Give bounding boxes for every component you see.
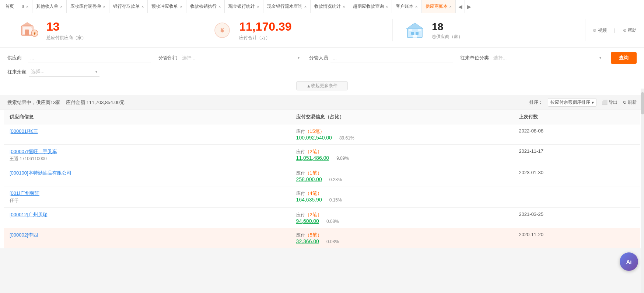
supplier-table: 供应商信息 应付交易信息（占比） 上次付数 [000001]张三应付（15笔）1…	[4, 110, 640, 248]
tx-label: 应付	[296, 212, 305, 217]
person-filter-input[interactable]	[330, 54, 453, 62]
nav-tab-receipts[interactable]: 收款情况统计 ×	[311, 0, 349, 13]
last-pay-cell: 2022-08-08	[513, 124, 640, 145]
close-tab-prepay[interactable]: ×	[180, 4, 182, 9]
tx-amount-line: 258,000.000.23%	[296, 176, 507, 182]
tx-info-cell: 应付（15笔）100,092,540.0089.61%	[290, 124, 513, 145]
table-row: [000012]广州贝瑞应付（2笔）94,600.000.08%2021-03-…	[4, 208, 640, 228]
scrollbar-thumb[interactable]	[641, 92, 644, 114]
nav-tab-other-income[interactable]: 其他收入单 ×	[32, 0, 66, 13]
export-button[interactable]: ⬜ 导出	[602, 99, 617, 106]
category-filter-select[interactable]: 选择... ▾	[491, 53, 604, 63]
supplier-filter-input[interactable]	[28, 54, 151, 62]
dept-filter-label: 分管部门	[158, 55, 178, 61]
collapse-row: ▲ 收起更多条件	[7, 80, 637, 90]
supplier-link[interactable]: [000002]李四	[10, 232, 38, 238]
collapse-button[interactable]: ▲ 收起更多条件	[296, 81, 348, 90]
tx-percent: 0.15%	[329, 197, 342, 203]
amount-value[interactable]: 94,600.00	[296, 218, 319, 224]
tx-amount-line: 100,092,540.0089.61%	[296, 135, 507, 141]
nav-tab-cashflow[interactable]: 现金银行流水查询 ×	[263, 0, 311, 13]
nav-tab-cash-stat[interactable]: 现金银行统计 ×	[225, 0, 263, 13]
filter-supplier: 供应商	[7, 54, 151, 62]
tx-label: 应付	[296, 191, 305, 196]
supplier-link[interactable]: [000100]本特勤油品有限公司	[10, 170, 71, 176]
main-table-area: 供应商信息 应付交易信息（占比） 上次付数 [000001]张三应付（15笔）1…	[0, 110, 644, 248]
close-tab-adjust[interactable]: ×	[103, 4, 105, 9]
nav-tab-supplier[interactable]: 供应商账本 ×	[422, 0, 456, 13]
nav-prev-arrow[interactable]: ◀	[456, 0, 465, 13]
last-pay-date: 2021-11-17	[519, 148, 543, 154]
last-pay-cell: 2021-03-25	[513, 208, 640, 228]
close-tab-cashflow[interactable]: ×	[304, 4, 307, 9]
dept-filter-select[interactable]: 选择... ▾	[180, 53, 302, 63]
supplier-link[interactable]: [000012]广州贝瑞	[10, 212, 48, 217]
tx-label-line: 应付（15笔）	[296, 128, 507, 135]
help-link[interactable]: ⊙ 帮助	[623, 27, 637, 34]
close-tab-other-income[interactable]: ×	[60, 4, 62, 9]
close-tab-supplier[interactable]: ×	[449, 4, 452, 9]
amount-value[interactable]: 32,366.00	[296, 238, 319, 244]
amount-value[interactable]: 11,051,486.00	[296, 155, 329, 161]
supplier-info-cell: [000007]恒旺二手叉车王通 17106110000	[4, 145, 290, 166]
dept-chevron-down-icon: ▾	[298, 56, 300, 60]
tx-amount-line: 94,600.000.08%	[296, 218, 507, 224]
last-pay-cell: 2023-01-30	[513, 166, 640, 186]
tx-label-line: 应付（4笔）	[296, 190, 507, 197]
supplier-link[interactable]: [000007]恒旺二手叉车	[10, 149, 57, 154]
svg-rect-11	[416, 32, 419, 35]
nav-tab-customer[interactable]: 客户账本 ×	[392, 0, 421, 13]
nav-next-arrow[interactable]: ▶	[465, 0, 473, 13]
query-button[interactable]: 查询	[611, 52, 637, 64]
table-row: [000002]李四应付（5笔）32,366.000.03%2020-11-20	[4, 228, 640, 248]
supplier-link[interactable]: [001]广州荣轩	[10, 190, 39, 196]
summary-text-amount: 11,170.39 应付合计（万）	[239, 20, 291, 41]
tx-count: （2笔）	[305, 149, 322, 154]
amount-icon: ¥	[211, 19, 233, 41]
close-tab-receipts[interactable]: ×	[343, 4, 345, 9]
supplier-link[interactable]: [000001]张三	[10, 128, 38, 134]
sort-label: 排序：	[529, 99, 543, 106]
filter-dept: 分管部门 选择... ▾	[158, 53, 302, 63]
tx-count: （1笔）	[305, 170, 322, 176]
tx-count: （4笔）	[305, 190, 322, 196]
balance-filter-select[interactable]: 选择... ▾	[29, 67, 99, 77]
tx-info-cell: 应付（2笔）11,051,486.009.89%	[290, 145, 513, 166]
nav-tab-adjust[interactable]: 应收应付调整单 ×	[67, 0, 109, 13]
nav-tab-collection[interactable]: 收款核销执行 ×	[186, 0, 225, 13]
result-actions: 排序： 按应付余额倒序排序 ▾ ⬜ 导出 ↻ 刷新	[529, 98, 637, 107]
divider: ｜	[613, 27, 617, 34]
table-row: [000001]张三应付（15笔）100,092,540.0089.61%202…	[4, 124, 640, 145]
supplier-filter-label: 供应商	[7, 55, 26, 61]
total-count: 18	[432, 21, 463, 33]
close-tab-3[interactable]: ×	[26, 4, 28, 9]
category-chevron-down-icon: ▾	[599, 56, 601, 60]
svg-text:¥: ¥	[34, 31, 36, 35]
scrollbar-track[interactable]	[641, 89, 644, 248]
amount-value[interactable]: 258,000.00	[296, 176, 322, 182]
nav-tab-bank[interactable]: 银行存取款单 ×	[109, 0, 148, 13]
close-tab-collection[interactable]: ×	[218, 4, 221, 9]
svg-rect-12	[413, 35, 417, 38]
sort-select[interactable]: 按应付余额倒序排序 ▾	[548, 98, 596, 107]
person-filter-label: 分管人员	[309, 55, 328, 61]
close-tab-customer[interactable]: ×	[415, 4, 417, 9]
nav-tab-overdue[interactable]: 超期应收款查询 ×	[349, 0, 392, 13]
store-icon	[404, 19, 426, 41]
refresh-button[interactable]: ↻ 刷新	[623, 99, 637, 106]
refresh-icon: ↻	[623, 100, 627, 105]
nav-tab-3[interactable]: 3 ×	[18, 0, 32, 13]
close-tab-bank[interactable]: ×	[141, 4, 144, 9]
amount-value[interactable]: 100,092,540.00	[296, 135, 332, 141]
tx-label: 应付	[296, 149, 305, 154]
close-tab-overdue[interactable]: ×	[386, 4, 388, 9]
close-tab-cash-stat[interactable]: ×	[257, 4, 259, 9]
tx-info-cell: 应付（4笔）164,635.900.15%	[290, 186, 513, 208]
svg-rect-10	[411, 32, 414, 35]
col-header-lastpay: 上次付数	[513, 110, 640, 124]
amount-value[interactable]: 164,635.90	[296, 197, 322, 203]
category-filter-label: 往来单位分类	[460, 55, 489, 61]
nav-tab-prepay[interactable]: 预收冲应收单 ×	[148, 0, 186, 13]
nav-tab-home[interactable]: 首页	[1, 0, 18, 13]
video-link[interactable]: ⊙ 视频	[593, 27, 606, 34]
